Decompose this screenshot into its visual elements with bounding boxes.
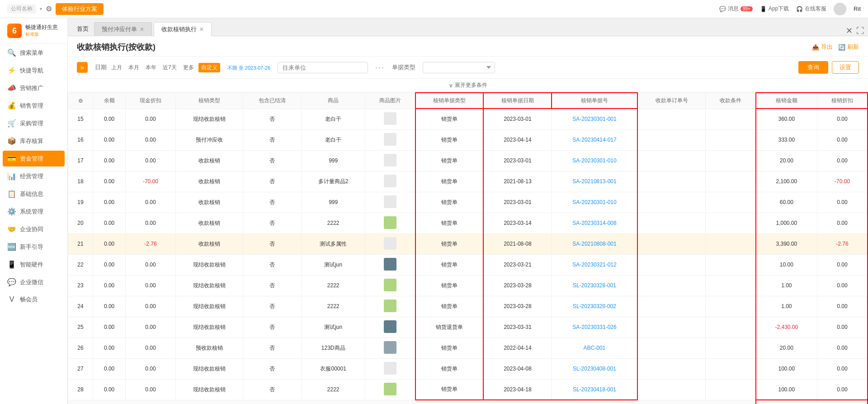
row-pay-cond (705, 358, 755, 379)
expand-conditions-btn[interactable]: ∨ 展开更多条件 (449, 81, 487, 89)
row-amount: 10.00 (756, 254, 817, 275)
row-bill-date: 2023-03-01 (483, 109, 552, 129)
filter-settings-button[interactable]: 设置 (832, 61, 859, 74)
row-balance: 0.00 (93, 109, 126, 129)
app-download-btn[interactable]: 📱 App下载 (760, 5, 789, 13)
bill-no-link[interactable]: SL-20230328-002 (573, 303, 616, 309)
sales-icon: 💰 (7, 101, 16, 110)
row-type: 现结收款核销 (175, 379, 243, 400)
row-balance: 0.00 (93, 317, 126, 337)
export-button[interactable]: 📤 导出 (812, 43, 833, 51)
company-dropdown-icon[interactable]: ▾ (40, 6, 42, 11)
table-row: 25 0.00 0.00 现结收款核销 否 测试jun 销货退货单 2023-0… (68, 317, 868, 337)
bill-no-link[interactable]: SA-20230301-010 (572, 157, 616, 164)
filter-toggle-btn[interactable]: » (77, 62, 88, 73)
bill-no-link[interactable]: SA-20230301-001 (572, 116, 616, 122)
settings-icon[interactable]: ⚙ (46, 5, 52, 13)
bill-no-link[interactable]: SA-20210808-001 (572, 241, 616, 247)
bill-type-select[interactable] (423, 62, 495, 73)
bill-no-link[interactable]: SA-20230414-017 (572, 137, 616, 143)
this-year-link[interactable]: 本年 (144, 63, 158, 72)
last-month-link[interactable]: 上月 (109, 63, 124, 72)
sidebar-item-member[interactable]: V畅会员 (0, 291, 67, 308)
tab-receipts-close[interactable]: ✕ (199, 26, 204, 33)
row-product: 999 (302, 192, 365, 213)
finance-icon: 💳 (7, 154, 16, 163)
maximize-icon[interactable]: ⛶ (856, 26, 864, 36)
sidebar-item-hardware[interactable]: 📱智能硬件 (0, 256, 67, 273)
row-num: 17 (68, 150, 93, 171)
tab-right-buttons: ✕ ⛶ (846, 26, 864, 36)
last-7days-link[interactable]: 近7天 (161, 63, 179, 72)
trial-button[interactable]: 体验行业方案 (56, 3, 104, 15)
row-order-no (637, 379, 705, 400)
chevron-down-icon: ∨ (449, 82, 453, 89)
row-num: 15 (68, 109, 93, 129)
sidebar-item-system[interactable]: ⚙️系统管理 (0, 203, 67, 220)
sidebar-item-search[interactable]: 🔍搜索菜单 (0, 44, 67, 62)
sidebar-item-corp[interactable]: 🤝企业协同 (0, 220, 67, 238)
tab-receipts[interactable]: 收款核销执行 ✕ (154, 22, 212, 36)
th-gear[interactable]: ⚙ (68, 93, 93, 109)
sidebar-item-inventory[interactable]: 📦库存核算 (0, 132, 67, 150)
bill-no-link[interactable]: SL-20230408-001 (573, 366, 616, 372)
bill-no-link[interactable]: SA-20230314-008 (572, 220, 616, 226)
bill-no-link[interactable]: SL-20230328-001 (573, 282, 616, 289)
bill-no-link[interactable]: SL-20230418-001 (573, 386, 616, 393)
sidebar-item-guide[interactable]: 🆕新手引导 (0, 238, 67, 256)
row-type: 现结收款核销 (175, 317, 243, 337)
row-num: 21 (68, 233, 93, 254)
custom-date-btn[interactable]: 自定义 (198, 63, 220, 72)
query-button[interactable]: 查询 (798, 61, 828, 74)
table-row: 18 0.00 -70.00 收款核销 否 多计量商品2 销货单 2021-08… (68, 171, 868, 192)
this-month-link[interactable]: 本月 (127, 63, 141, 72)
more-dates-link[interactable]: 更多 (181, 63, 196, 72)
sidebar-item-marketing[interactable]: 📣营销推广 (0, 79, 67, 97)
export-icon: 📤 (812, 44, 819, 51)
row-write-off-disc: 0.00 (817, 337, 868, 358)
footer-amount: 40,556,66... (756, 400, 817, 404)
row-num: 23 (68, 275, 93, 296)
sidebar-item-basic[interactable]: 📋基础信息 (0, 185, 67, 203)
filter-bar: » 日期 上月 本月 本年 近7天 更多 自定义 不限 至 202 (68, 57, 868, 79)
row-balance: 0.00 (93, 171, 126, 192)
row-included: 否 (243, 129, 302, 150)
bill-no-link[interactable]: ABC-001 (584, 345, 606, 351)
refresh-button[interactable]: 🔄 刷新 (838, 43, 859, 51)
sidebar-item-purchase[interactable]: 🛒采购管理 (0, 114, 67, 132)
table-row: 28 0.00 0.00 现结收款核销 否 2222 销货单 2023-04-1… (68, 379, 868, 400)
sidebar-item-quicknav[interactable]: ⚡快捷导航 (0, 62, 67, 79)
row-write-off-disc: -2.76 (817, 233, 868, 254)
logo-text: 畅捷通好生意 (25, 24, 58, 31)
row-amount: 100.00 (756, 379, 817, 400)
row-balance: 0.00 (93, 254, 126, 275)
row-amount: 20.00 (756, 337, 817, 358)
tab-prepay[interactable]: 预付冲应付单 ✕ (94, 22, 152, 36)
row-type: 收款核销 (175, 233, 243, 254)
sidebar-item-wechat[interactable]: 💬企业微信 (0, 273, 67, 291)
row-cash-discount: 0.00 (126, 358, 176, 379)
bill-no-link[interactable]: SA-20230331-026 (572, 324, 616, 330)
expand-filter-bar: ∨ 展开更多条件 (68, 79, 868, 92)
tab-home[interactable]: 首页 (71, 22, 94, 36)
row-bill-date: 2023-03-31 (483, 317, 552, 337)
date-range-display: 不限 至 2023-07-26 (227, 65, 270, 71)
sidebar-item-operation[interactable]: 📊经营管理 (0, 167, 67, 185)
row-bill-type: 销货单 (415, 379, 484, 400)
row-pay-cond (705, 150, 755, 171)
row-product-img (365, 337, 415, 358)
online-service-btn[interactable]: 🎧 在线客服 (796, 5, 826, 13)
bill-no-link[interactable]: SA-20230301-010 (572, 199, 616, 205)
sidebar-item-finance[interactable]: 💳资金管理 (3, 151, 65, 166)
close-tab-icon[interactable]: ✕ (846, 26, 853, 36)
sidebar-item-sales[interactable]: 💰销售管理 (0, 97, 67, 114)
user-avatar[interactable] (834, 3, 846, 15)
row-pay-cond (705, 275, 755, 296)
th-bill-type: 核销单据类型 (415, 93, 484, 109)
tab-prepay-close[interactable]: ✕ (140, 26, 144, 33)
bill-no-link[interactable]: SA-20210813-001 (572, 178, 616, 185)
messages-btn[interactable]: 💬 消息 99+ (719, 5, 753, 13)
partner-input[interactable] (278, 62, 368, 73)
bill-no-link[interactable]: SA-20230321-012 (572, 261, 616, 268)
row-bill-no: SL-20230408-001 (552, 358, 638, 379)
